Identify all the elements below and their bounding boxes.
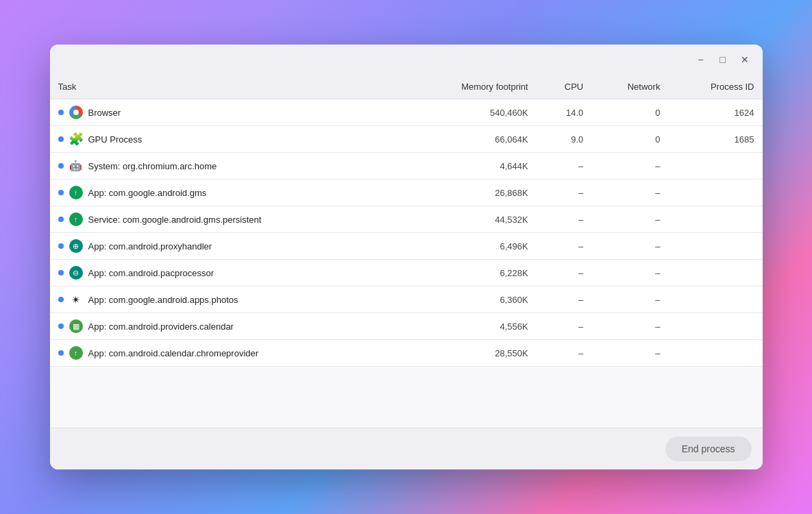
col-task[interactable]: Task bbox=[50, 75, 406, 99]
status-dot-5 bbox=[58, 243, 64, 249]
task-icon-3: ↑ bbox=[69, 186, 83, 199]
end-process-button[interactable]: End process bbox=[665, 437, 752, 461]
pid-cell-5 bbox=[668, 233, 762, 260]
task-name-1: GPU Process bbox=[88, 134, 143, 145]
android-green3-icon: ↑ bbox=[69, 346, 83, 360]
task-icon-2: 🤖 bbox=[69, 159, 83, 173]
task-cell-3: ↑ App: com.google.android.gms bbox=[50, 180, 406, 206]
pid-cell-6 bbox=[668, 260, 762, 286]
task-name-9: App: com.android.calendar.chromeprovider bbox=[88, 348, 259, 358]
table-row[interactable]: ⊕ App: com.android.proxyhandler 6,496K –… bbox=[50, 233, 763, 260]
network-cell-7: – bbox=[591, 286, 668, 313]
proxy-icon: ⊕ bbox=[69, 239, 83, 253]
memory-cell-8: 4,556K bbox=[406, 313, 537, 340]
table-row[interactable]: ↑ App: com.google.android.gms 26,868K – … bbox=[50, 180, 763, 206]
android-red-icon: 🤖 bbox=[69, 160, 82, 172]
task-icon-0 bbox=[69, 106, 83, 119]
col-network[interactable]: Network bbox=[591, 75, 668, 99]
status-dot-4 bbox=[58, 217, 64, 222]
status-dot-8 bbox=[58, 323, 64, 329]
memory-cell-4: 44,532K bbox=[406, 206, 537, 233]
network-cell-6: – bbox=[591, 260, 668, 286]
chrome-icon bbox=[69, 106, 83, 119]
table-body: Browser 540,460K 14.0 0 1624 🧩 GPU Proce… bbox=[50, 99, 763, 367]
memory-cell-1: 66,064K bbox=[406, 126, 537, 153]
network-cell-9: – bbox=[591, 340, 668, 367]
table-row[interactable]: 🧩 GPU Process 66,064K 9.0 0 1685 bbox=[50, 126, 763, 153]
memory-cell-0: 540,460K bbox=[406, 99, 537, 126]
process-table-container: Task Memory footprint CPU Network Proces… bbox=[50, 75, 763, 428]
cpu-cell-9: – bbox=[537, 340, 592, 367]
task-icon-9: ↑ bbox=[69, 346, 83, 360]
task-name-2: System: org.chromium.arc.home bbox=[88, 161, 217, 171]
android-green-icon: ↑ bbox=[69, 186, 83, 199]
pid-cell-0: 1624 bbox=[668, 99, 762, 126]
cpu-cell-5: – bbox=[537, 233, 592, 260]
network-cell-2: – bbox=[591, 153, 668, 180]
task-cell-0: Browser bbox=[50, 99, 406, 126]
minimize-button[interactable]: − bbox=[691, 50, 711, 69]
task-name-7: App: com.google.android.apps.photos bbox=[88, 295, 238, 305]
network-cell-0: 0 bbox=[591, 99, 668, 126]
status-dot-2 bbox=[58, 163, 64, 169]
task-cell-1: 🧩 GPU Process bbox=[50, 126, 406, 153]
task-icon-8: ▦ bbox=[69, 319, 83, 333]
table-row[interactable]: ↑ Service: com.google.android.gms.persis… bbox=[50, 206, 763, 233]
cpu-cell-2: – bbox=[537, 153, 592, 180]
titlebar: − □ ✕ bbox=[50, 45, 763, 75]
memory-cell-6: 6,228K bbox=[406, 260, 537, 286]
pid-cell-1: 1685 bbox=[668, 126, 762, 153]
pid-cell-3 bbox=[668, 180, 762, 206]
task-icon-1: 🧩 bbox=[69, 132, 83, 146]
task-icon-5: ⊕ bbox=[69, 239, 83, 253]
memory-cell-5: 6,496K bbox=[406, 233, 537, 260]
task-name-0: Browser bbox=[88, 108, 121, 118]
col-memory[interactable]: Memory footprint bbox=[406, 75, 537, 99]
task-name-3: App: com.google.android.gms bbox=[88, 188, 207, 198]
task-name-5: App: com.android.proxyhandler bbox=[88, 241, 212, 252]
footer: End process bbox=[50, 428, 763, 469]
pid-cell-2 bbox=[668, 153, 762, 180]
task-cell-8: ▦ App: com.android.providers.calendar bbox=[50, 313, 406, 340]
status-dot-1 bbox=[58, 136, 64, 142]
table-row[interactable]: 🤖 System: org.chromium.arc.home 4,644K –… bbox=[50, 153, 763, 180]
status-dot-6 bbox=[58, 270, 64, 276]
network-cell-5: – bbox=[591, 233, 668, 260]
table-header: Task Memory footprint CPU Network Proces… bbox=[50, 75, 763, 99]
task-cell-5: ⊕ App: com.android.proxyhandler bbox=[50, 233, 406, 260]
task-icon-7: ✴ bbox=[69, 293, 83, 306]
cpu-cell-1: 9.0 bbox=[537, 126, 592, 153]
status-dot-9 bbox=[58, 350, 64, 356]
col-cpu[interactable]: CPU bbox=[537, 75, 592, 99]
task-name-8: App: com.android.providers.calendar bbox=[88, 321, 234, 332]
task-cell-6: ⊖ App: com.android.pacprocessor bbox=[50, 260, 406, 286]
task-manager-window: − □ ✕ Task Memory footprint CPU Netw bbox=[50, 45, 763, 469]
table-row[interactable]: Browser 540,460K 14.0 0 1624 bbox=[50, 99, 763, 126]
task-icon-4: ↑ bbox=[69, 212, 83, 226]
pac-icon: ⊖ bbox=[69, 266, 83, 280]
network-cell-8: – bbox=[591, 313, 668, 340]
cpu-cell-0: 14.0 bbox=[537, 99, 592, 126]
table-row[interactable]: ↑ App: com.android.calendar.chromeprovid… bbox=[50, 340, 763, 367]
task-name-4: Service: com.google.android.gms.persiste… bbox=[88, 215, 262, 225]
memory-cell-9: 28,550K bbox=[406, 340, 537, 367]
table-row[interactable]: ⊖ App: com.android.pacprocessor 6,228K –… bbox=[50, 260, 763, 286]
table-row[interactable]: ▦ App: com.android.providers.calendar 4,… bbox=[50, 313, 763, 340]
maximize-button[interactable]: □ bbox=[713, 50, 733, 69]
puzzle-icon: 🧩 bbox=[69, 132, 84, 147]
task-cell-4: ↑ Service: com.google.android.gms.persis… bbox=[50, 206, 406, 233]
col-pid[interactable]: Process ID bbox=[668, 75, 762, 99]
memory-cell-7: 6,360K bbox=[406, 286, 537, 313]
android-green2-icon: ↑ bbox=[69, 212, 83, 226]
status-dot-3 bbox=[58, 190, 64, 195]
pid-cell-4 bbox=[668, 206, 762, 233]
memory-cell-2: 4,644K bbox=[406, 153, 537, 180]
close-button[interactable]: ✕ bbox=[735, 50, 754, 69]
pid-cell-9 bbox=[668, 340, 762, 367]
memory-cell-3: 26,868K bbox=[406, 180, 537, 206]
pid-cell-8 bbox=[668, 313, 762, 340]
network-cell-4: – bbox=[591, 206, 668, 233]
status-dot-7 bbox=[58, 297, 64, 302]
photos-icon: ✴ bbox=[71, 293, 80, 306]
table-row[interactable]: ✴ App: com.google.android.apps.photos 6,… bbox=[50, 286, 763, 313]
